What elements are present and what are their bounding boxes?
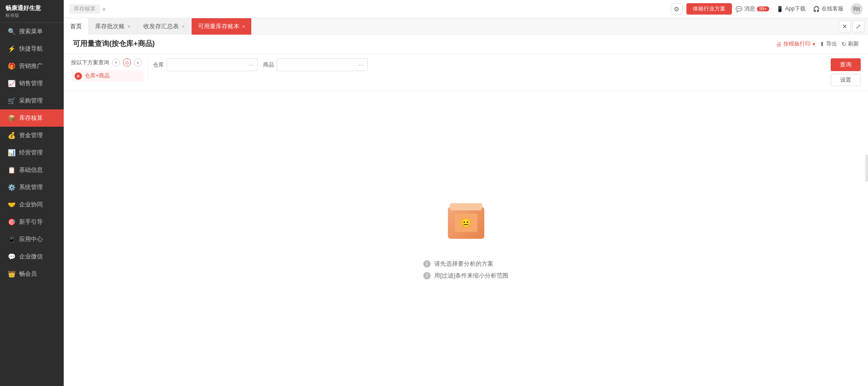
empty-state: 😐 1 请先选择要分析的方案 2 用[过滤]条件来缩小分析范围 (64, 91, 868, 386)
print-icon: 🖨 (776, 41, 782, 47)
setting-button[interactable]: 设置 (831, 74, 861, 86)
operation-icon: 📊 (7, 149, 15, 156)
export-button[interactable]: ⬆ 导出 (820, 40, 837, 48)
purchase-icon: 🛒 (7, 97, 15, 104)
tab-home[interactable]: 首页 (64, 18, 89, 35)
print-label: 按模板打印 (783, 40, 811, 48)
sidebar-item-operation[interactable]: 📊经营管理 (0, 144, 64, 161)
marketing-icon: 🎁 (7, 62, 15, 70)
filter-scheme-panel: 按以下方案查询 + ⊙ « ⊕仓库+商品 (71, 58, 148, 82)
setting-icon[interactable]: ⚙ (671, 3, 683, 15)
sidebar-label-appcenter: 应用中心 (19, 235, 43, 243)
step-1-icon: 1 (423, 260, 431, 268)
goods-more-icon[interactable]: ··· (358, 61, 364, 68)
trial-button[interactable]: 体验行业方案 (686, 3, 732, 15)
warehouse-more-icon[interactable]: ··· (248, 61, 254, 68)
query-button[interactable]: 查询 (831, 58, 861, 71)
collapse-scheme-button[interactable]: « (134, 58, 142, 67)
sidebar-item-newguide[interactable]: 🎯新手引导 (0, 213, 64, 231)
online-service-item[interactable]: 🎧 在线客服 (813, 5, 843, 13)
user-avatar[interactable]: Rit (851, 3, 863, 15)
app-download-label: App下载 (785, 5, 806, 13)
sidebar-item-inventory[interactable]: 📦库存核算 (0, 109, 64, 127)
top-bar: 库存核算 ∨ ⚙ 体验行业方案 💬 消息 99+ 📱 App下载 🎧 在线客服 … (64, 0, 868, 18)
sidebar-item-system[interactable]: ⚙️系统管理 (0, 179, 64, 196)
vip-icon: 👑 (7, 270, 15, 278)
sidebar-logo: 畅康通好生意 标准版 (0, 0, 64, 23)
tab-available[interactable]: 可用量库存账本× (192, 18, 252, 35)
basic-icon: 📋 (7, 166, 15, 174)
tab-batch[interactable]: 库存批次账× (89, 18, 137, 35)
scheme-item-warehouse_goods[interactable]: ⊕仓库+商品 (71, 70, 143, 82)
scheme-icon-warehouse_goods: ⊕ (75, 72, 82, 80)
sidebar-item-marketing[interactable]: 🎁营销推广 (0, 57, 64, 75)
message-icon: 💬 (736, 6, 742, 12)
sidebar-label-purchase: 采购管理 (19, 97, 43, 105)
finance-icon: 💰 (7, 132, 15, 139)
filter-scheme-header: 按以下方案查询 + ⊙ « (71, 58, 143, 67)
sidebar-item-enterprise[interactable]: 🤝企业协同 (0, 196, 64, 213)
warehouse-label: 仓库 (153, 61, 164, 69)
empty-box-icon: 😐 (448, 207, 484, 239)
export-label: 导出 (826, 40, 837, 48)
breadcrumb-arrow: ∨ (102, 6, 106, 12)
tab-bar: 首页库存批次账×收发存汇总表×可用量库存账本× ✕ ⤢ (64, 18, 868, 35)
sidebar-item-purchase[interactable]: 🛒采购管理 (0, 92, 64, 109)
page-title: 可用量查询(按仓库+商品) (73, 39, 155, 49)
scroll-hint (865, 154, 868, 182)
sidebar-item-sales[interactable]: 📈销售管理 (0, 75, 64, 92)
sidebar-item-vip[interactable]: 👑畅会员 (0, 265, 64, 283)
scheme-label: 按以下方案查询 (71, 59, 109, 67)
empty-hint-1: 1 请先选择要分析的方案 (423, 260, 508, 268)
sidebar-label-finance: 资金管理 (19, 131, 43, 139)
warehouse-input[interactable]: ··· (167, 58, 258, 71)
page-actions: 🖨 按模板打印 ▾ ⬆ 导出 ↻ 刷新 (776, 40, 859, 48)
search-icon: 🔍 (7, 28, 15, 35)
edit-scheme-button[interactable]: ⊙ (123, 58, 131, 67)
tab-label-home: 首页 (70, 22, 82, 31)
box-face: 😐 (455, 214, 477, 232)
message-item[interactable]: 💬 消息 99+ (736, 5, 769, 13)
sales-icon: 📈 (7, 80, 15, 87)
app-download-item[interactable]: 📱 App下载 (777, 5, 806, 13)
print-dropdown-icon: ▾ (812, 41, 815, 47)
headset-icon: 🎧 (813, 6, 820, 12)
sidebar-item-search[interactable]: 🔍搜索菜单 (0, 23, 64, 40)
goods-label: 商品 (263, 61, 274, 69)
breadcrumb-text: 库存核算 (69, 4, 100, 14)
filter-buttons: 查询 设置 (826, 58, 861, 86)
sidebar-item-basic[interactable]: 📋基础信息 (0, 161, 64, 179)
sidebar-label-newguide: 新手引导 (19, 218, 43, 226)
enterprise-icon: 🤝 (7, 201, 15, 208)
goods-input[interactable]: ··· (277, 58, 368, 71)
add-scheme-button[interactable]: + (112, 58, 120, 67)
refresh-button[interactable]: ↻ 刷新 (842, 40, 859, 48)
tab-close-available[interactable]: × (242, 24, 245, 29)
tab-summary[interactable]: 收发存汇总表× (137, 18, 191, 35)
sidebar-label-marketing: 营销推广 (19, 62, 43, 70)
sidebar-item-wechat[interactable]: 💬企业微信 (0, 248, 64, 265)
empty-hint-2: 2 用[过滤]条件来缩小分析范围 (423, 272, 508, 280)
sidebar-label-basic: 基础信息 (19, 166, 43, 174)
scheme-label-warehouse_goods: 仓库+商品 (85, 72, 110, 80)
sidebar-item-appcenter[interactable]: 📱应用中心 (0, 231, 64, 248)
sidebar-item-finance[interactable]: 💰资金管理 (0, 127, 64, 144)
tab-label-summary: 收发存汇总表 (143, 22, 179, 31)
tab-close-batch[interactable]: × (127, 24, 130, 29)
appcenter-icon: 📱 (7, 236, 15, 243)
print-button[interactable]: 🖨 按模板打印 ▾ (776, 40, 815, 48)
tab-expand-btn[interactable]: ⤢ (853, 21, 864, 32)
main-area: 库存核算 ∨ ⚙ 体验行业方案 💬 消息 99+ 📱 App下载 🎧 在线客服 … (64, 0, 868, 386)
hint-1-text: 请先选择要分析的方案 (434, 260, 493, 268)
step-2-icon: 2 (423, 272, 431, 279)
tab-close-summary[interactable]: × (182, 24, 184, 29)
wechat-icon: 💬 (7, 253, 15, 260)
tab-close-btn[interactable]: ✕ (839, 21, 851, 32)
goods-field: 商品 ··· (263, 58, 368, 71)
content-area: 可用量查询(按仓库+商品) 🖨 按模板打印 ▾ ⬆ 导出 ↻ 刷新 (64, 35, 868, 386)
message-badge: 99+ (757, 6, 769, 11)
sidebar-item-shortcut[interactable]: ⚡快捷导航 (0, 40, 64, 57)
sidebar-scroll: 🔍搜索菜单⚡快捷导航🎁营销推广📈销售管理🛒采购管理📦库存核算💰资金管理📊经营管理… (0, 23, 64, 386)
sidebar-label-shortcut: 快捷导航 (19, 45, 43, 53)
page-header: 可用量查询(按仓库+商品) 🖨 按模板打印 ▾ ⬆ 导出 ↻ 刷新 (64, 35, 868, 54)
